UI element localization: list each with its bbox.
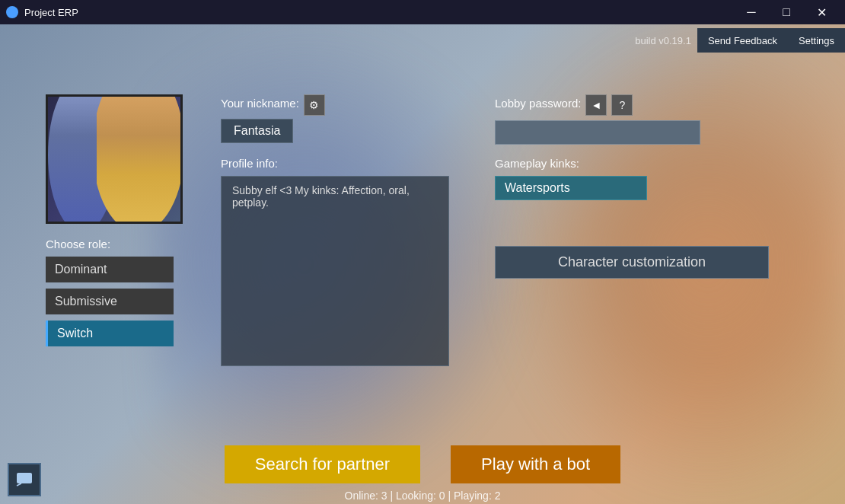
- action-buttons: Search for partner Play with a bot: [225, 445, 620, 483]
- choose-role-label: Choose role:: [46, 238, 183, 250]
- avatar: [46, 94, 183, 224]
- nickname-icon-button[interactable]: ⚙: [304, 94, 325, 116]
- minimize-button[interactable]: ─: [734, 0, 769, 24]
- feedback-button[interactable]: Send Feedback: [697, 28, 788, 53]
- play-bot-button[interactable]: Play with a bot: [451, 445, 620, 483]
- profile-info-text: Subby elf <3 My kinks: Affection, oral, …: [232, 184, 410, 209]
- avatar-char2: [97, 97, 180, 224]
- status-bar: Online: 3 | Looking: 0 | Playing: 2: [345, 490, 501, 502]
- svg-rect-0: [17, 473, 32, 483]
- submissive-button[interactable]: Submissive: [46, 289, 174, 314]
- build-info: build v0.19.1: [635, 35, 691, 46]
- gameplay-kinks-label: Gameplay kinks:: [495, 157, 784, 170]
- left-panel: Choose role: Dominant Submissive Switch: [46, 94, 183, 352]
- topbar: build v0.19.1 Send Feedback Settings: [0, 24, 845, 56]
- nickname-label: Your nickname:: [221, 97, 299, 110]
- middle-panel: Your nickname: ⚙ Fantasia Profile info: …: [221, 94, 480, 366]
- app-icon: [6, 6, 18, 18]
- right-panel: Lobby password: ◄ ? Gameplay kinks: Char…: [495, 94, 784, 279]
- settings-button[interactable]: Settings: [788, 28, 845, 53]
- dominant-button[interactable]: Dominant: [46, 257, 174, 282]
- lobby-password-input[interactable]: [495, 120, 700, 145]
- character-customization-button[interactable]: Character customization: [495, 246, 769, 279]
- nickname-row: Your nickname: ⚙: [221, 94, 480, 116]
- close-button[interactable]: ✕: [804, 0, 839, 24]
- lobby-password-row: Lobby password: ◄ ?: [495, 94, 784, 116]
- lobby-pw-label: Lobby password:: [495, 97, 581, 110]
- profile-info-label: Profile info:: [221, 157, 480, 170]
- nickname-display: Fantasia: [221, 119, 293, 143]
- chat-button[interactable]: [8, 463, 41, 496]
- bottom-bar: Search for partner Play with a bot Onlin…: [0, 443, 845, 504]
- titlebar-controls: ─ □ ✕: [734, 0, 839, 24]
- lobby-help-button[interactable]: ?: [611, 94, 633, 116]
- lobby-back-button[interactable]: ◄: [585, 94, 607, 116]
- titlebar: Project ERP ─ □ ✕: [0, 0, 845, 24]
- search-partner-button[interactable]: Search for partner: [225, 445, 420, 483]
- chat-icon: [15, 471, 33, 489]
- kinks-input[interactable]: [495, 176, 647, 200]
- maximize-button[interactable]: □: [769, 0, 804, 24]
- svg-line-1: [17, 483, 21, 486]
- main-content: Choose role: Dominant Submissive Switch …: [0, 56, 845, 480]
- switch-button[interactable]: Switch: [46, 321, 174, 346]
- profile-info-box[interactable]: Subby elf <3 My kinks: Affection, oral, …: [221, 176, 449, 366]
- titlebar-title: Project ERP: [24, 7, 734, 18]
